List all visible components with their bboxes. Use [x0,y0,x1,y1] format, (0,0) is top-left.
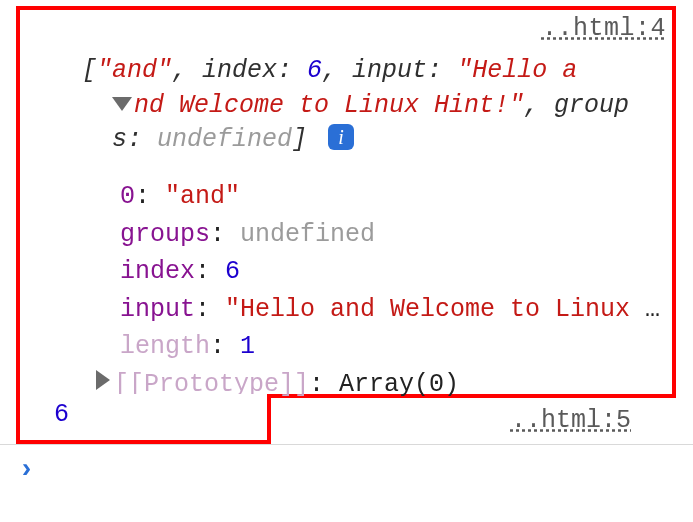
property-row-index[interactable]: index: 6 [120,253,666,291]
summary-key: s: [112,125,157,154]
property-value: "Hello and Welcome to Linux Hint!" [225,295,666,324]
text: , [322,56,352,85]
match-value: "and" [97,56,172,85]
colon: : [135,182,165,211]
summary-index-value: 6 [307,56,322,85]
chevron-right-icon [96,370,110,390]
property-row-input[interactable]: input: "Hello and Welcome to Linux Hint!… [120,291,666,329]
summary-groups-value: undefined [157,125,292,154]
array-summary: ["and", index: 6, input: "Hello a nd Wel… [42,54,664,158]
summary-input-value-part1: "Hello a [457,56,577,85]
property-value: undefined [240,220,375,249]
text: , [172,56,202,85]
colon: : [210,220,240,249]
text: ] [292,125,307,154]
property-value: 6 [225,257,240,286]
summary-key: input: [352,56,457,85]
info-icon[interactable]: i [328,124,354,150]
summary-key: index: [202,56,307,85]
property-key: length [120,332,210,361]
text: [ [82,56,97,85]
property-key: groups [120,220,210,249]
console-message-2: 6 [16,394,271,444]
property-row-length[interactable]: length: 1 [120,328,666,366]
object-summary-line[interactable]: ["and", index: 6, input: "Hello a nd Wel… [42,54,664,158]
property-value: 1 [240,332,255,361]
summary-input-value-part2: nd Welcome to Linux Hint!" [134,91,524,120]
property-key: 0 [120,182,135,211]
property-row-groups[interactable]: groups: undefined [120,216,666,254]
colon: : [210,332,240,361]
divider [0,444,693,445]
source-link-2[interactable]: ..html:5 [511,406,631,435]
summary-key: group [554,91,629,120]
expand-toggle[interactable] [112,91,134,120]
console-prompt-icon[interactable]: › [18,454,35,485]
property-value: "and" [165,182,240,211]
console-message-1: ..html:4 ["and", index: 6, input: "Hello… [16,6,676,398]
colon: : [195,295,225,324]
text: , [524,91,554,120]
expanded-properties: 0: "and" groups: undefined index: 6 inpu… [120,178,666,403]
log-value: 6 [54,400,69,429]
chevron-down-icon [112,97,132,111]
property-key: index [120,257,195,286]
source-link-1[interactable]: ..html:4 [542,14,666,43]
property-value: Array(0) [339,370,459,399]
property-key: input [120,295,195,324]
colon: : [195,257,225,286]
property-row-0[interactable]: 0: "and" [120,178,666,216]
colon: : [309,370,339,399]
